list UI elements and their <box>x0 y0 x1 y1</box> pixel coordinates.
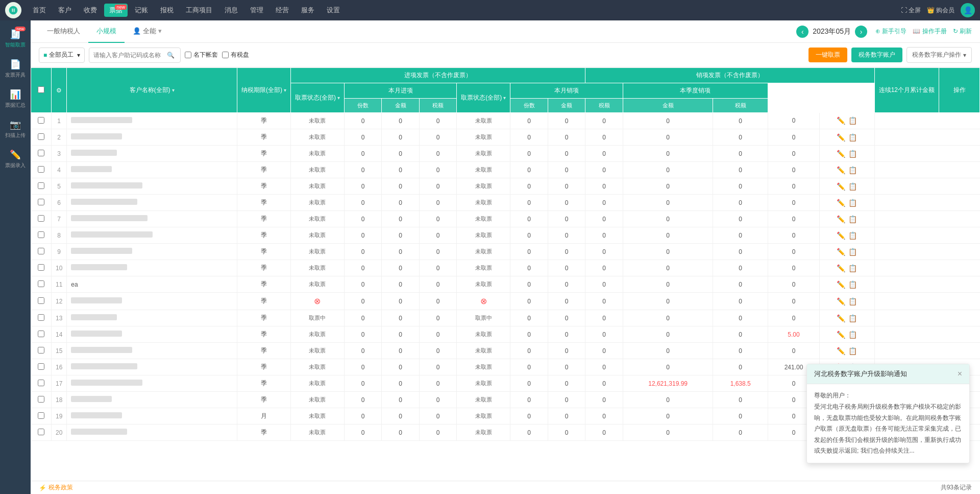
edit-icon[interactable]: ✏️ <box>837 133 845 142</box>
under-account-checkbox[interactable]: 名下帐套 <box>185 51 218 59</box>
copy-icon[interactable]: 📋 <box>848 166 857 174</box>
row-checkbox[interactable] <box>38 347 44 354</box>
copy-icon[interactable]: 📋 <box>848 182 857 191</box>
edit-icon[interactable]: ✏️ <box>837 150 845 158</box>
edit-icon[interactable]: ✏️ <box>837 215 845 223</box>
nav-bookkeeping[interactable]: 记账 <box>130 4 153 17</box>
settings-icon[interactable]: ⚙ <box>56 87 62 94</box>
copy-icon[interactable]: 📋 <box>848 199 857 207</box>
row-checkbox-cell[interactable] <box>31 260 52 276</box>
edit-icon[interactable]: ✏️ <box>837 116 845 125</box>
row-checkbox[interactable] <box>38 264 44 271</box>
edit-icon[interactable]: ✏️ <box>837 280 845 289</box>
sidebar-item-open-invoice[interactable]: 📄 发票开具 <box>2 55 29 83</box>
edit-icon[interactable]: ✏️ <box>837 199 845 207</box>
tab-general-taxpayer[interactable]: 一般纳税人 <box>39 20 88 43</box>
row-checkbox-cell[interactable] <box>31 375 52 392</box>
refresh-btn[interactable]: ↻ 刷新 <box>953 27 972 36</box>
one-click-btn[interactable]: 一键取票 <box>808 48 847 62</box>
tab-small-scale[interactable]: 小规模 <box>88 20 125 43</box>
row-checkbox-cell[interactable] <box>31 310 52 326</box>
nav-fee[interactable]: 收费 <box>79 4 102 17</box>
copy-icon[interactable]: 📋 <box>848 314 857 322</box>
row-checkbox[interactable] <box>38 280 44 287</box>
new-guide-btn[interactable]: ⊕ 新手引导 <box>875 27 906 36</box>
search-box[interactable]: 🔍 <box>89 48 181 63</box>
row-checkbox-cell[interactable] <box>31 425 52 441</box>
nav-operation[interactable]: 经营 <box>271 4 294 17</box>
row-checkbox-cell[interactable] <box>31 178 52 195</box>
row-checkbox-cell[interactable] <box>31 162 52 178</box>
nav-manage[interactable]: 管理 <box>245 4 268 17</box>
row-checkbox-cell[interactable] <box>31 227 52 244</box>
copy-icon[interactable]: 📋 <box>848 231 857 240</box>
tax-policy-link[interactable]: ⚡ 税务政策 <box>39 483 73 492</box>
row-checkbox[interactable] <box>38 117 44 124</box>
row-checkbox[interactable] <box>38 215 44 222</box>
row-checkbox-cell[interactable] <box>31 146 52 162</box>
row-checkbox[interactable] <box>38 199 44 205</box>
row-checkbox[interactable] <box>38 412 44 419</box>
edit-icon[interactable]: ✏️ <box>837 182 845 191</box>
row-checkbox-cell[interactable] <box>31 113 52 129</box>
edit-icon[interactable]: ✏️ <box>837 297 845 305</box>
edit-icon[interactable]: ✏️ <box>837 347 845 355</box>
sidebar-item-smart-ticket[interactable]: 🧾 智能取票 new <box>2 25 29 53</box>
copy-icon[interactable]: 📋 <box>848 133 857 142</box>
search-input[interactable] <box>93 52 165 59</box>
row-checkbox[interactable] <box>38 231 44 238</box>
row-checkbox-cell[interactable] <box>31 392 52 408</box>
copy-icon[interactable]: 📋 <box>848 264 857 272</box>
row-checkbox-cell[interactable] <box>31 408 52 425</box>
row-checkbox[interactable] <box>38 314 44 321</box>
tax-digital-ops-btn[interactable]: 税务数字账户操作 ▾ <box>906 47 972 63</box>
row-checkbox-cell[interactable] <box>31 293 52 310</box>
has-taxdisk-checkbox[interactable]: 有税盘 <box>222 51 249 59</box>
row-checkbox-cell[interactable] <box>31 195 52 211</box>
edit-icon[interactable]: ✏️ <box>837 231 845 240</box>
select-all-checkbox[interactable] <box>38 86 44 93</box>
edit-icon[interactable]: ✏️ <box>837 314 845 322</box>
copy-icon[interactable]: 📋 <box>848 215 857 223</box>
row-checkbox-cell[interactable] <box>31 244 52 260</box>
next-month-btn[interactable]: › <box>855 26 867 38</box>
copy-icon[interactable]: 📋 <box>848 280 857 289</box>
copy-icon[interactable]: 📋 <box>848 150 857 158</box>
row-checkbox-cell[interactable] <box>31 276 52 293</box>
row-checkbox[interactable] <box>38 331 44 337</box>
nav-client[interactable]: 客户 <box>53 4 77 17</box>
row-checkbox-cell[interactable] <box>31 359 52 375</box>
edit-icon[interactable]: ✏️ <box>837 331 845 339</box>
edit-icon[interactable]: ✏️ <box>837 248 845 256</box>
copy-icon[interactable]: 📋 <box>848 331 857 339</box>
row-checkbox[interactable] <box>38 182 44 189</box>
row-checkbox-cell[interactable] <box>31 211 52 227</box>
tab-all-capable[interactable]: 👤 全能 ▾ <box>125 20 170 43</box>
manual-btn[interactable]: 📖 操作手册 <box>913 27 946 36</box>
notification-close-btn[interactable]: × <box>958 369 962 379</box>
row-checkbox-cell[interactable] <box>31 343 52 359</box>
sidebar-item-record[interactable]: ✏️ 票据录入 <box>2 145 29 173</box>
edit-icon[interactable]: ✏️ <box>837 166 845 174</box>
row-checkbox-cell[interactable] <box>31 129 52 146</box>
row-checkbox[interactable] <box>38 396 44 403</box>
nav-business[interactable]: 工商项目 <box>181 4 217 17</box>
has-taxdisk-check[interactable] <box>222 52 229 58</box>
member-btn[interactable]: 👑 购会员 <box>927 6 954 15</box>
row-checkbox[interactable] <box>38 380 44 386</box>
nav-service[interactable]: 服务 <box>296 4 320 17</box>
fullscreen-btn[interactable]: ⛶ 全屏 <box>901 6 921 15</box>
employee-select[interactable]: ■ 全部员工 ▾ <box>39 48 85 63</box>
prev-month-btn[interactable]: ‹ <box>796 26 808 38</box>
tax-digital-account-btn[interactable]: 税务数字账户 <box>851 48 902 62</box>
row-checkbox[interactable] <box>38 363 44 370</box>
row-checkbox-cell[interactable] <box>31 326 52 343</box>
row-checkbox[interactable] <box>38 133 44 140</box>
row-checkbox[interactable] <box>38 297 44 304</box>
copy-icon[interactable]: 📋 <box>848 248 857 256</box>
row-checkbox[interactable] <box>38 429 44 435</box>
sidebar-item-scan[interactable]: 📷 扫描上传 <box>2 115 29 143</box>
nav-invoice[interactable]: 票据 new <box>104 4 128 17</box>
copy-icon[interactable]: 📋 <box>848 116 857 125</box>
copy-icon[interactable]: 📋 <box>848 347 857 355</box>
